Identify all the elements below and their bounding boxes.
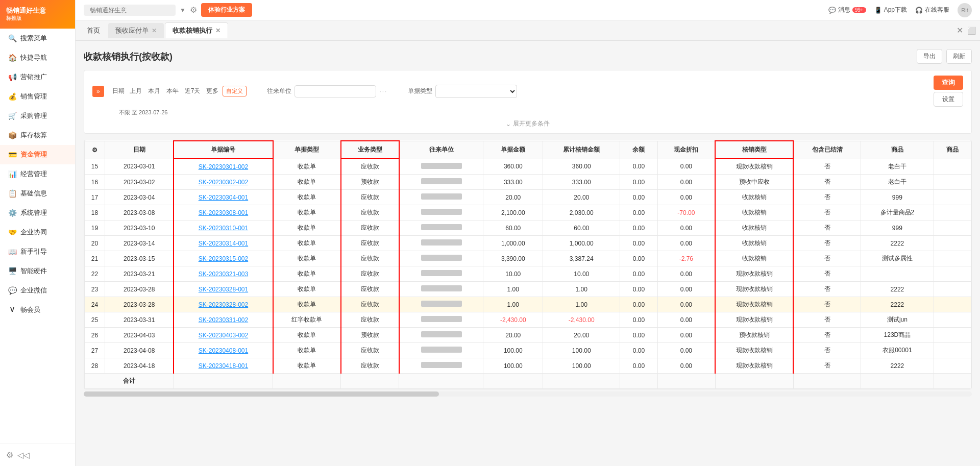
export-btn[interactable]: 导出: [917, 49, 942, 64]
tab-bar: 首页 预收应付单 ✕ 收款核销执行 ✕ ✕ ⬜: [76, 20, 980, 41]
total-write-off-type: [715, 374, 793, 389]
date-btn-more[interactable]: 更多: [204, 86, 220, 96]
cell-doc-amount: 360.00: [483, 159, 543, 175]
cell-doc-no[interactable]: SK-20230331-002: [174, 312, 273, 328]
cell-include-settled: 否: [793, 175, 861, 190]
cell-doc-no[interactable]: SK-20230310-001: [174, 220, 273, 236]
sidebar-item-guide[interactable]: 📖 新手引导: [0, 242, 75, 261]
scrollbar-thumb[interactable]: [84, 391, 439, 397]
cell-counterparty: [399, 358, 483, 374]
close-window-icon[interactable]: ✕: [957, 26, 963, 35]
sidebar-item-corp[interactable]: 🤝 企业协同: [0, 223, 75, 242]
cell-date: 2023-04-03: [105, 328, 174, 343]
sidebar-item-inventory[interactable]: 📦 库存核算: [0, 126, 75, 145]
prepay-tab-close[interactable]: ✕: [152, 27, 157, 34]
sidebar-item-business[interactable]: 📊 经营管理: [0, 164, 75, 184]
total-biz-type: [341, 374, 399, 389]
cell-product2: [934, 358, 971, 374]
date-btn-7days[interactable]: 近7天: [183, 86, 203, 96]
settings-icon[interactable]: ⚙: [190, 5, 197, 15]
sidebar-item-finance[interactable]: 💳 资金管理: [0, 145, 75, 164]
sidebar-item-wechat[interactable]: 💬 企业微信: [0, 281, 75, 300]
cell-doc-no[interactable]: SK-20230301-002: [174, 159, 273, 175]
tab-writeoff[interactable]: 收款核销执行 ✕: [165, 22, 228, 38]
cell-doc-no[interactable]: SK-20230321-003: [174, 266, 273, 282]
date-btn-this-month[interactable]: 本月: [146, 86, 162, 96]
writeoff-tab-close[interactable]: ✕: [215, 27, 220, 34]
sidebar-item-quicknav[interactable]: 🏠 快捷导航: [0, 48, 75, 67]
table-container: ⚙ 日期 单据编号 单据类型 业务类型 往来单位 单据金额 累计核销金额 余额 …: [84, 140, 972, 389]
sidebar-item-vip[interactable]: V 畅会员: [0, 300, 75, 320]
cell-doc-amount: 20.00: [483, 190, 543, 205]
date-btn-prev-month[interactable]: 上月: [128, 86, 144, 96]
cell-doc-no[interactable]: SK-20230314-001: [174, 236, 273, 251]
industry-btn[interactable]: 体验行业方案: [201, 3, 252, 17]
cell-doc-no[interactable]: SK-20230408-001: [174, 343, 273, 358]
refresh-btn[interactable]: 刷新: [946, 49, 972, 64]
setting-btn[interactable]: 设置: [934, 92, 963, 107]
cell-product: 2222: [861, 236, 934, 251]
sidebar-item-purchase[interactable]: 🛒 采购管理: [0, 106, 75, 126]
tab-home[interactable]: 首页: [80, 23, 107, 38]
sidebar-label-purchase: 采购管理: [20, 111, 47, 120]
date-btn-this-year[interactable]: 本年: [164, 86, 181, 96]
cell-doc-no[interactable]: SK-20230403-002: [174, 328, 273, 343]
total-balance: [620, 374, 657, 389]
app-download-btn[interactable]: 📱 App下载: [874, 6, 907, 14]
cell-counterparty: [399, 282, 483, 297]
cell-doc-no[interactable]: SK-20230328-002: [174, 297, 273, 312]
query-btn[interactable]: 查询: [934, 76, 963, 90]
breadcrumb-input[interactable]: [84, 5, 176, 16]
total-doc-amount: [483, 374, 543, 389]
cell-doc-type: 红字收款单: [273, 312, 341, 328]
sidebar-item-sales[interactable]: 💰 销售管理: [0, 87, 75, 106]
sidebar: 畅销通好生意 标推版 🔍 搜索菜单 🏠 快捷导航 📢 营销推广 💰 销售管理 🛒…: [0, 0, 76, 466]
sidebar-label-vip: 畅会员: [20, 305, 40, 314]
cell-doc-no[interactable]: SK-20230418-001: [174, 358, 273, 374]
cell-counterparty: [399, 205, 483, 220]
cell-doc-no[interactable]: SK-20230308-001: [174, 205, 273, 220]
online-service-btn[interactable]: 🎧 在线客服: [915, 6, 949, 14]
hardware-icon: 🖥️: [8, 267, 16, 275]
sales-icon: 💰: [8, 92, 16, 101]
inventory-icon: 📦: [8, 131, 16, 139]
sidebar-item-hardware[interactable]: 🖥️ 智能硬件: [0, 261, 75, 281]
cell-include-settled: 否: [793, 328, 861, 343]
cell-include-settled: 否: [793, 190, 861, 205]
date-filter: 日期 上月 本月 本年 近7天 更多 自定义: [112, 86, 247, 96]
maximize-icon[interactable]: ⬜: [967, 27, 976, 35]
cell-write-off-type: 现款收款核销: [715, 312, 793, 328]
sidebar-item-system[interactable]: ⚙️ 系统管理: [0, 203, 75, 223]
horizontal-scrollbar-area[interactable]: [84, 391, 972, 397]
cell-doc-no[interactable]: SK-20230302-002: [174, 175, 273, 190]
cell-product: [861, 266, 934, 282]
doc-type-select[interactable]: [435, 85, 517, 98]
filter-row-date-range: 不限 至 2023-07-26: [92, 109, 963, 116]
app-logo: 畅销通好生意 标推版: [0, 0, 75, 29]
notifications-btn[interactable]: 💬 消息 99+: [828, 6, 866, 14]
sidebar-item-marketing[interactable]: 📢 营销推广: [0, 67, 75, 87]
total-cumulative: [543, 374, 620, 389]
cell-cumulative: 360.00: [543, 159, 620, 175]
settings-gear-icon[interactable]: ⚙: [6, 450, 13, 460]
cell-doc-no[interactable]: SK-20230304-001: [174, 190, 273, 205]
filter-toggle-btn[interactable]: »: [92, 86, 104, 97]
cell-doc-type: 收款单: [273, 190, 341, 205]
expand-more-btn[interactable]: ⌄ 展开更多条件: [92, 119, 963, 128]
sidebar-item-basic[interactable]: 📋 基础信息: [0, 184, 75, 203]
cell-doc-no[interactable]: SK-20230328-001: [174, 282, 273, 297]
custom-date-btn[interactable]: 自定义: [223, 86, 247, 96]
collapse-icon[interactable]: ◁◁: [17, 450, 30, 460]
cell-seq: 19: [85, 220, 105, 236]
writeoff-tab-label: 收款核销执行: [173, 26, 212, 35]
counterparty-input[interactable]: [295, 85, 376, 97]
sidebar-item-search[interactable]: 🔍 搜索菜单: [0, 29, 75, 48]
total-cash-discount: [657, 374, 715, 389]
cell-date: 2023-03-14: [105, 236, 174, 251]
tab-prepay[interactable]: 预收应付单 ✕: [108, 23, 164, 38]
col-header-cumulative: 累计核销金额: [543, 141, 620, 159]
user-avatar[interactable]: Rit: [958, 3, 972, 17]
cell-seq: 22: [85, 266, 105, 282]
dropdown-chevron-icon[interactable]: ▼: [180, 7, 186, 14]
cell-doc-no[interactable]: SK-20230315-002: [174, 251, 273, 266]
